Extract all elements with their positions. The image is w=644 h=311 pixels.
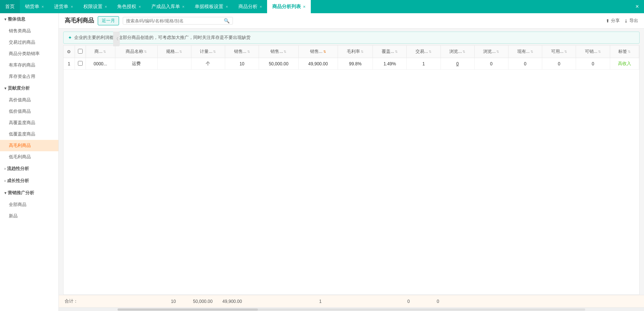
- page-title: 高毛利商品: [65, 17, 94, 25]
- table-header-row: ⚙ 商...⇅ 商品名称⇅ 规格...⇅: [64, 46, 639, 58]
- footer-totals: 合计： 10 50,000.00 49,900.00 1 0 0: [59, 295, 644, 307]
- sidebar-item-low-margin[interactable]: 低毛利商品: [0, 151, 58, 163]
- col-header-name[interactable]: 商品名称⇅: [115, 46, 157, 58]
- nav-template-settings[interactable]: 单据模板设置 ×: [190, 0, 233, 13]
- close-product-inbound[interactable]: ×: [182, 4, 184, 9]
- sidebar-collapse-button[interactable]: 《: [113, 32, 120, 46]
- cell-spec: [157, 58, 191, 70]
- col-header-sales2[interactable]: 销售...⇅: [259, 46, 298, 58]
- browse1-link[interactable]: 0: [456, 61, 459, 66]
- col-header-spec[interactable]: 规格...⇅: [157, 46, 191, 58]
- content-area: 《 高毛利商品 近一月 🔍 ⬆ 分享 ⤓ 导出 ✦ 企: [59, 13, 644, 311]
- footer-cells: 10 50,000.00 49,900.00 1 0 0: [85, 299, 638, 304]
- footer-cell-avail: 0: [423, 299, 453, 304]
- footer-cell-sales1: 10: [159, 299, 188, 304]
- sidebar-item-stock-capital[interactable]: 库存资金占用: [0, 71, 58, 82]
- nav-product-analysis[interactable]: 商品分析 ×: [233, 0, 267, 13]
- sidebar-group-contribution[interactable]: ▾ 贡献度分析: [0, 82, 58, 94]
- col-header-settings[interactable]: ⚙: [64, 46, 75, 58]
- expand-arrow-contribution: ▾: [4, 86, 6, 90]
- close-template-settings[interactable]: ×: [226, 4, 228, 9]
- col-header-unit[interactable]: 计量...⇅: [191, 46, 225, 58]
- cell-saleable: 0: [576, 58, 610, 70]
- col-header-cover[interactable]: 覆盖...⇅: [373, 46, 407, 58]
- nav-sales-order[interactable]: 销货单 ×: [20, 0, 49, 13]
- cell-sales2: 50,000.00: [259, 58, 298, 70]
- sidebar: ▾ 整体信息 销售类商品 交易过的商品 商品分类助销率 有库存的商品 库存资金占…: [0, 13, 59, 311]
- close-product-analysis-list[interactable]: ×: [303, 4, 305, 9]
- data-table-container[interactable]: ⚙ 商...⇅ 商品名称⇅ 规格...⇅: [63, 45, 640, 295]
- data-table: ⚙ 商...⇅ 商品名称⇅ 规格...⇅: [64, 46, 639, 70]
- close-role-auth[interactable]: ×: [138, 4, 141, 9]
- filter-recent-month[interactable]: 近一月: [98, 16, 119, 25]
- nav-permission-settings[interactable]: 权限设置 ×: [78, 0, 112, 13]
- nav-home[interactable]: 首页: [0, 0, 20, 13]
- cell-checkbox[interactable]: [75, 58, 86, 70]
- sidebar-item-new-goods[interactable]: 新品: [0, 210, 58, 222]
- cell-gross: 99.8%: [338, 58, 373, 70]
- footer-cell-sales3: 49,900.00: [217, 299, 247, 304]
- scrollbar-thumb[interactable]: [118, 308, 258, 311]
- cell-current: 0: [508, 58, 542, 70]
- col-header-tag[interactable]: 标签⇅: [610, 46, 639, 58]
- close-product-analysis[interactable]: ×: [260, 4, 262, 9]
- cell-browse2: 0: [474, 58, 508, 70]
- sidebar-item-category-assist[interactable]: 商品分类助销率: [0, 48, 58, 59]
- search-icon[interactable]: 🔍: [224, 18, 230, 23]
- col-header-saleable[interactable]: 可销...⇅: [576, 46, 610, 58]
- close-sales-order[interactable]: ×: [42, 4, 44, 9]
- sidebar-item-low-coverage[interactable]: 低覆盖度商品: [0, 129, 58, 140]
- nav-product-analysis-list[interactable]: 商品分析列表 ×: [267, 0, 310, 13]
- select-all-checkbox[interactable]: [78, 49, 83, 54]
- col-header-trade[interactable]: 交易...⇅: [407, 46, 440, 58]
- sidebar-item-in-stock[interactable]: 有库存的商品: [0, 59, 58, 71]
- main-layout: ▾ 整体信息 销售类商品 交易过的商品 商品分类助销率 有库存的商品 库存资金占…: [0, 13, 644, 311]
- sidebar-item-sales-goods[interactable]: 销售类商品: [0, 25, 58, 37]
- sidebar-group-flow[interactable]: › 流趋性分析: [0, 163, 58, 175]
- sidebar-item-high-coverage[interactable]: 高覆盖度商品: [0, 117, 58, 129]
- share-icon: ⬆: [606, 18, 609, 23]
- col-header-avail[interactable]: 可用...⇅: [542, 46, 576, 58]
- cell-browse1[interactable]: 0: [440, 58, 474, 70]
- close-purchase-order[interactable]: ×: [71, 4, 73, 9]
- top-navigation: 首页 销货单 × 进货单 × 权限设置 × 角色授权 × 产成品入库单 × 单据…: [0, 0, 644, 13]
- table-row: 1 0000... 运费 个 10 50,000.00 49,900.00 99…: [64, 58, 639, 70]
- sidebar-group-growth[interactable]: › 成长性分析: [0, 175, 58, 187]
- cell-avail: 0: [542, 58, 576, 70]
- expand-arrow-growth: ›: [4, 179, 6, 183]
- footer-cell-spacer2: [247, 299, 276, 304]
- sidebar-item-high-value[interactable]: 高价值商品: [0, 94, 58, 106]
- close-permission-settings[interactable]: ×: [105, 4, 107, 9]
- nav-purchase-order[interactable]: 进货单 ×: [49, 0, 78, 13]
- col-header-gross[interactable]: 毛利率⇅: [338, 46, 373, 58]
- col-header-browse2[interactable]: 浏览...⇅: [474, 46, 508, 58]
- nav-product-inbound[interactable]: 产成品入库单 ×: [146, 0, 190, 13]
- cell-tag: 高收入: [610, 58, 639, 70]
- export-button[interactable]: ⤓ 导出: [624, 18, 638, 24]
- col-header-browse1[interactable]: 浏览...⇅: [440, 46, 474, 58]
- row-checkbox[interactable]: [78, 61, 83, 66]
- col-header-sales1[interactable]: 销售...⇅: [225, 46, 259, 58]
- content-header: 高毛利商品 近一月 🔍 ⬆ 分享 ⤓ 导出: [59, 13, 644, 29]
- col-header-code[interactable]: 商...⇅: [86, 46, 115, 58]
- sidebar-item-high-margin[interactable]: 高毛利商品: [0, 140, 58, 151]
- header-actions: ⬆ 分享 ⤓ 导出: [606, 18, 638, 24]
- sidebar-group-marketing[interactable]: ▾ 营销推广分析: [0, 187, 58, 199]
- footer-cell-trade: 1: [306, 299, 335, 304]
- sidebar-item-low-value[interactable]: 低价值商品: [0, 106, 58, 117]
- col-header-checkbox[interactable]: [75, 46, 86, 58]
- footer-cell-spacer4: [335, 299, 364, 304]
- sidebar-item-all-goods[interactable]: 全部商品: [0, 199, 58, 210]
- scrollbar-track[interactable]: [118, 308, 585, 311]
- sidebar-group-overall[interactable]: ▾ 整体信息: [0, 13, 58, 25]
- col-header-sales3[interactable]: 销售...⇅: [298, 46, 338, 58]
- col-header-current[interactable]: 现有...⇅: [508, 46, 542, 58]
- cell-sales1: 10: [225, 58, 259, 70]
- close-window-button[interactable]: ×: [630, 3, 644, 10]
- sidebar-item-traded-goods[interactable]: 交易过的商品: [0, 37, 58, 48]
- cell-unit: 个: [191, 58, 225, 70]
- nav-role-auth[interactable]: 角色授权 ×: [112, 0, 146, 13]
- horizontal-scrollbar[interactable]: [59, 307, 644, 311]
- share-button[interactable]: ⬆ 分享: [606, 18, 620, 24]
- search-input[interactable]: [126, 18, 224, 23]
